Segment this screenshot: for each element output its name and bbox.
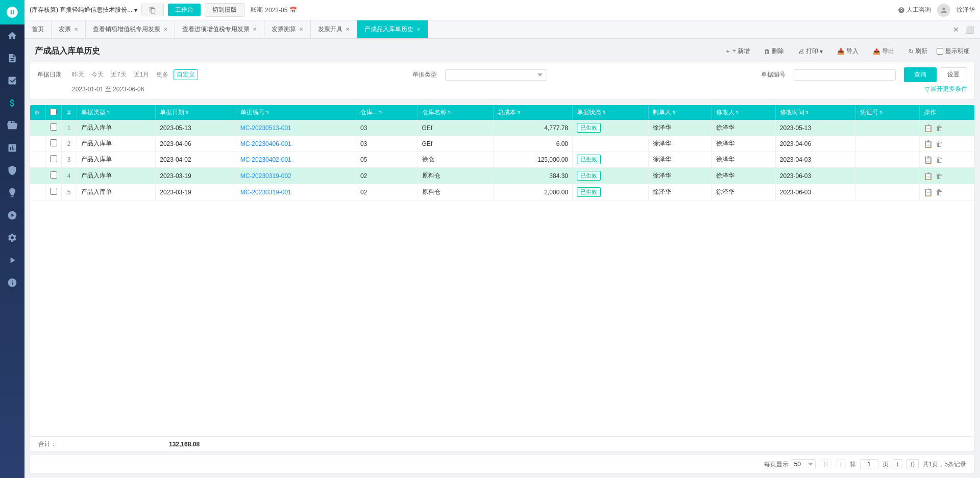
type-filter-select[interactable]: 产品入库单 <box>445 69 547 81</box>
expand-filter-btn[interactable]: ▽ 展开更多条件 <box>925 85 967 93</box>
tab-invoice[interactable]: 发票 ✕ <box>52 20 86 39</box>
user-avatar <box>937 4 950 17</box>
row-checkbox[interactable] <box>50 188 57 195</box>
sidebar-item-inventory[interactable] <box>0 114 24 137</box>
th-settings[interactable]: ⚙ <box>30 105 45 120</box>
reset-btn[interactable]: 设置 <box>940 67 967 82</box>
tab-sales-vat-close[interactable]: ✕ <box>163 27 167 32</box>
code-link[interactable]: MC-20230406-001 <box>240 140 291 147</box>
sidebar-item-settings[interactable] <box>0 227 24 249</box>
th-num: # <box>61 105 77 120</box>
th-cost[interactable]: 总成本⇅ <box>494 105 573 120</box>
next-page-btn[interactable]: ⟩ <box>893 459 902 469</box>
sidebar-item-play[interactable] <box>0 249 24 271</box>
refresh-btn[interactable]: ↻ 刷新 <box>903 45 933 58</box>
cell-modifier: 徐泽华 <box>712 168 776 184</box>
th-type[interactable]: 单据类型⇅ <box>77 105 156 120</box>
th-wh-code[interactable]: 仓库...⇅ <box>356 105 418 120</box>
row-checkbox[interactable] <box>50 155 57 162</box>
row-checkbox[interactable] <box>50 139 57 146</box>
edit-icon[interactable]: 📋 <box>924 140 933 148</box>
th-voucher-label: 凭证号 <box>860 108 878 117</box>
sidebar-item-stamp[interactable] <box>0 182 24 204</box>
code-link[interactable]: MC-20230319-001 <box>240 189 291 196</box>
date-1month[interactable]: 近1月 <box>132 69 152 80</box>
date-more[interactable]: 更多 <box>154 69 170 80</box>
new-btn[interactable]: ＋ + 新增 <box>720 45 755 58</box>
cell-cost: 4,777.78 <box>494 120 573 136</box>
delete-row-icon[interactable]: 🗑 <box>936 188 943 196</box>
th-status[interactable]: 单据状态⇅ <box>573 105 649 120</box>
row-checkbox[interactable] <box>50 123 57 131</box>
sidebar-item-finance[interactable] <box>0 92 24 114</box>
row-checkbox[interactable] <box>50 171 57 179</box>
last-page-btn[interactable]: ⟩⟩ <box>906 459 919 469</box>
username[interactable]: 徐泽华 <box>957 6 975 14</box>
th-creator[interactable]: 制单人⇅ <box>648 105 712 120</box>
th-modifier[interactable]: 修改人⇅ <box>712 105 776 120</box>
tab-input-vat-close[interactable]: ✕ <box>253 27 257 32</box>
tab-invoice-calc[interactable]: 发票测算 ✕ <box>264 20 311 39</box>
edit-icon[interactable]: 📋 <box>924 188 933 196</box>
tabs-close-all[interactable]: ✕ <box>951 24 961 35</box>
date-today[interactable]: 今天 <box>89 69 106 80</box>
code-link[interactable]: MC-20230319-002 <box>240 172 291 180</box>
tabs-maximize[interactable]: ⬜ <box>963 24 976 35</box>
num-filter-input[interactable] <box>794 69 896 81</box>
page-input[interactable] <box>860 459 878 469</box>
th-date-sort-icon: ⇅ <box>185 110 189 115</box>
sidebar-item-reports[interactable] <box>0 137 24 159</box>
per-page-select[interactable]: 20 50 100 <box>791 459 816 469</box>
edit-icon[interactable]: 📋 <box>924 124 933 132</box>
workbench-btn[interactable]: 工作台 <box>168 4 201 16</box>
tab-home[interactable]: 首页 <box>24 20 52 39</box>
delete-row-icon[interactable]: 🗑 <box>936 156 943 164</box>
query-btn[interactable]: 查询 <box>904 67 937 82</box>
tab-product-history-close[interactable]: ✕ <box>416 27 421 32</box>
prev-page-btn[interactable]: ⟨ <box>836 459 846 469</box>
sidebar-item-analytics[interactable] <box>0 69 24 92</box>
page-info: 共1页，5条记录 <box>923 460 966 469</box>
sidebar-item-recycle[interactable] <box>0 204 24 227</box>
code-link[interactable]: MC-20230513-001 <box>240 124 291 132</box>
date-7days[interactable]: 近7天 <box>109 69 129 80</box>
export-btn[interactable]: 📤 导出 <box>868 45 899 58</box>
tab-invoice-open-close[interactable]: ✕ <box>346 27 350 32</box>
tab-invoice-open[interactable]: 发票开具 ✕ <box>311 20 357 39</box>
display-cols-check[interactable] <box>937 48 943 55</box>
delete-row-icon[interactable]: 🗑 <box>936 140 943 148</box>
sidebar-item-docs[interactable] <box>0 47 24 69</box>
switch-version-btn[interactable]: 切到旧版 <box>205 3 244 17</box>
date-yesterday[interactable]: 昨天 <box>70 69 86 80</box>
tab-product-history[interactable]: 产成品入库单历史 ✕ <box>357 20 428 39</box>
cell-action: 📋 🗑 <box>919 152 974 168</box>
edit-icon[interactable]: 📋 <box>924 156 933 164</box>
tab-input-vat[interactable]: 查看进项增值税专用发票 ✕ <box>175 20 264 39</box>
first-page-btn[interactable]: ⟨⟨ <box>820 459 832 469</box>
help-label: 人工咨询 <box>906 6 931 14</box>
th-code[interactable]: 单据编号⇅ <box>236 105 356 120</box>
th-voucher[interactable]: 凭证号⇅ <box>856 105 920 120</box>
delete-row-icon[interactable]: 🗑 <box>936 124 943 132</box>
calendar-icon[interactable]: 📅 <box>289 7 297 14</box>
company-selector[interactable]: (库存核算) 直播轻纯通信息技术股份... ▾ <box>30 6 137 14</box>
date-custom[interactable]: 自定义 <box>174 69 198 80</box>
delete-btn[interactable]: 🗑 删除 <box>759 45 789 58</box>
sidebar-item-version[interactable] <box>0 271 24 294</box>
th-wh-name[interactable]: 仓库名称⇅ <box>418 105 494 120</box>
select-all-checkbox[interactable] <box>50 109 57 115</box>
sidebar-item-tasks[interactable] <box>0 159 24 182</box>
help-btn[interactable]: 人工咨询 <box>898 6 931 14</box>
th-modify-time[interactable]: 修改时间⇅ <box>775 105 856 120</box>
code-link[interactable]: MC-20230402-001 <box>240 156 291 163</box>
sidebar-item-home[interactable] <box>0 24 24 47</box>
tab-sales-vat[interactable]: 查看销项增值税专用发票 ✕ <box>86 20 175 39</box>
print-btn[interactable]: 🖨 打印 ▾ <box>793 45 828 58</box>
edit-icon[interactable]: 📋 <box>924 172 933 180</box>
th-date[interactable]: 单据日期⇅ <box>156 105 236 120</box>
tab-invoice-close[interactable]: ✕ <box>74 27 78 32</box>
copy-btn[interactable] <box>141 4 164 16</box>
tab-invoice-calc-close[interactable]: ✕ <box>299 27 303 32</box>
import-btn[interactable]: 📥 导入 <box>832 45 864 58</box>
delete-row-icon[interactable]: 🗑 <box>936 172 943 180</box>
